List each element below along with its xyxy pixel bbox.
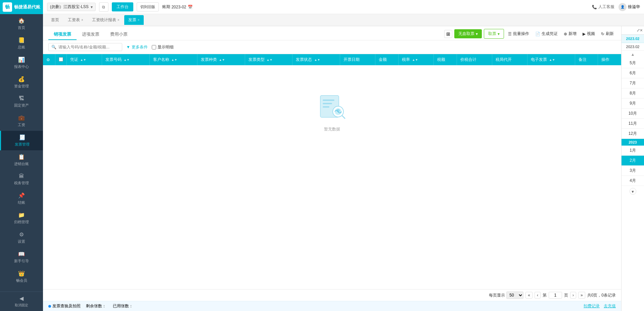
col-invoice-type2[interactable]: 发票类型 ▲▼ [245, 54, 292, 65]
sidebar-item-fixed-assets[interactable]: 🏗 固定资产 [0, 92, 43, 111]
gen-voucher-button[interactable]: 📄 生成凭证 [533, 29, 560, 38]
col-customer[interactable]: 客户名称 ▲▼ [149, 54, 197, 65]
get-ticket-button[interactable]: 取票 ▾ [484, 29, 504, 39]
col-amount: 金额 [375, 54, 399, 65]
cal-month-12[interactable]: 12月 [622, 129, 644, 139]
sidebar-item-reports[interactable]: 📊 报表中心 [0, 53, 43, 73]
sub-tabbar: 销项发票 进项发票 费用小票 ⊞ 无血取票 ▾ [43, 26, 621, 40]
sidebar-item-close-accounts[interactable]: 📌 结账 [0, 189, 43, 208]
refresh-icon: ↻ [601, 32, 604, 36]
col-invoice-type1[interactable]: 发票种类 ▲▼ [197, 54, 245, 65]
refresh-button[interactable]: ↻ 刷新 [599, 29, 616, 38]
cal-month-7[interactable]: 7月 [622, 78, 644, 88]
sidebar-item-guide[interactable]: 📖 新手引导 [0, 247, 43, 267]
no-tax-ticket-button[interactable]: 无血取票 ▾ [454, 29, 482, 38]
sidebar-item-label: 进销台账 [14, 161, 29, 166]
switch-version-button[interactable]: 切到旧版 [137, 2, 159, 11]
sub-tab-purchase-invoice[interactable]: 进项发票 [77, 29, 105, 40]
batch-icon: ☰ [508, 32, 512, 36]
year-2023-months: 1月 2月 3月 4月 [622, 146, 644, 186]
tab-salary-table[interactable]: 工资表 × [64, 15, 87, 25]
tab-close-icon[interactable]: × [138, 18, 140, 22]
col-invoice-status[interactable]: 发票状态 ▲▼ [292, 54, 340, 65]
next-page-button[interactable]: › [570, 292, 576, 299]
cal-month-2023-1[interactable]: 1月 [622, 146, 644, 156]
sub-tab-sales-invoice[interactable]: 销项发票 [48, 29, 77, 40]
topbar-copy-button[interactable]: ⧉ [99, 2, 108, 12]
cal-month-8[interactable]: 8月 [622, 88, 644, 99]
sidebar-item-archive[interactable]: 📁 归档管理 [0, 208, 43, 228]
cal-period-item-1[interactable]: 2023.02 [622, 43, 644, 51]
fee-record-link[interactable]: 扣费记录 [584, 303, 600, 309]
sidebar-item-salary[interactable]: 💼 工资 [0, 111, 43, 131]
more-filters-button[interactable]: ▼ 更多条件 [126, 44, 148, 50]
total-text: 共0页，0条记录 [587, 293, 616, 298]
cal-month-2023-3[interactable]: 3月 [622, 166, 644, 176]
calendar-up-button[interactable]: ▲ [622, 51, 644, 58]
show-detail-toggle[interactable]: 显示明细 [152, 44, 174, 50]
chevron-down-icon: ▼ [630, 188, 636, 195]
sidebar-item-funds[interactable]: 💰 资金管理 [0, 73, 43, 92]
cal-month-2023-2[interactable]: 2月 [622, 156, 644, 166]
customer-support[interactable]: 📞 人工客服 [592, 4, 614, 10]
sub-tab-expense-receipt[interactable]: 费用小票 [105, 29, 133, 40]
period-label: 账期 [162, 4, 170, 10]
sidebar-item-invoice[interactable]: 🧾 发票管理 [0, 131, 43, 150]
col-electronic[interactable]: 电子发票 ▲▼ [527, 54, 575, 65]
recharge-link[interactable]: 去充值 [604, 303, 616, 309]
prev-year-months: 5月 6月 7月 8月 9月 10月 11月 12月 [622, 58, 644, 139]
workspace-button[interactable]: 工作台 [112, 2, 133, 11]
prev-page-button[interactable]: ‹ [535, 292, 541, 299]
gen-voucher-icon: 📄 [535, 32, 540, 36]
current-page-input[interactable]: 1 [549, 292, 562, 299]
sub-tab-label: 进项发票 [82, 32, 99, 37]
cal-month-6[interactable]: 6月 [622, 68, 644, 78]
first-page-button[interactable]: « [525, 292, 533, 299]
search-input[interactable] [58, 45, 119, 49]
col-voucher[interactable]: 凭证 ▲▼ [66, 54, 102, 65]
user-menu[interactable]: 👤 徐溢华 [618, 3, 640, 11]
calendar-close-button[interactable]: × [640, 28, 643, 33]
calendar-down-button[interactable]: ▼ [622, 186, 644, 197]
tab-salary-stats[interactable]: 工资统计报表 × [88, 15, 124, 25]
col-action: 操作 [598, 54, 621, 65]
col-tax-rate[interactable]: 税率 ▲▼ [398, 54, 433, 65]
tab-close-icon[interactable]: × [118, 18, 120, 22]
sidebar-item-vip[interactable]: 👑 畅会员 [0, 267, 43, 286]
sidebar-item-home[interactable]: 🏠 首页 [0, 14, 43, 34]
cal-month-2023-4[interactable]: 4月 [622, 176, 644, 186]
cal-month-10[interactable]: 10月 [622, 109, 644, 119]
invoice-table-wrap: ⚙ 凭证 ▲▼ 发票号码 ▲▼ [43, 54, 621, 289]
sidebar-item-sales-ledger[interactable]: 📋 进销台账 [0, 150, 43, 170]
sidebar-item-ledger[interactable]: 📒 总账 [0, 34, 43, 53]
sidebar: 畅 畅捷通易代账 🏠 首页 📒 总账 📊 报表中心 💰 资金管理 🏗 固定资产 … [0, 0, 43, 311]
page-size-dropdown[interactable]: 50 100 200 [506, 291, 523, 299]
new-button[interactable]: ⊕ 新增 [562, 29, 579, 38]
page-size-label: 每页显示 [489, 293, 505, 298]
period-calendar-icon[interactable]: 📅 [188, 5, 193, 9]
user-name: 徐溢华 [628, 4, 640, 10]
sidebar-item-tax[interactable]: 🏛 税务管理 [0, 170, 43, 189]
cal-month-11[interactable]: 11月 [622, 119, 644, 129]
col-invoice-no[interactable]: 发票号码 ▲▼ [102, 54, 149, 65]
tab-invoice[interactable]: 发票 × [124, 15, 144, 25]
sidebar-item-settings[interactable]: ⚙ 设置 [0, 228, 43, 247]
video-button[interactable]: ▶ 视频 [581, 29, 597, 38]
sidebar-item-label: 新手引导 [14, 259, 29, 264]
settings-icon: ⚙ [19, 231, 24, 238]
cal-month-5[interactable]: 5月 [622, 58, 644, 68]
cal-month-9[interactable]: 9月 [622, 99, 644, 109]
grid-view-button[interactable]: ⊞ [444, 30, 452, 38]
sidebar-item-unpin[interactable]: ◀ 取消固定 [0, 292, 43, 311]
calendar-maximize-button[interactable]: ⤢ [637, 28, 640, 33]
company-selector[interactable]: (勿删）江西股宝-LSS ▾ [47, 3, 96, 11]
tab-home[interactable]: 首页 [47, 15, 63, 25]
col-settings[interactable]: ⚙ [43, 54, 55, 65]
batch-op-button[interactable]: ☰ 批量操作 [506, 29, 531, 38]
select-all-checkbox[interactable] [59, 57, 63, 62]
tab-close-icon[interactable]: × [81, 18, 83, 22]
last-page-button[interactable]: » [578, 292, 585, 299]
col-checkbox[interactable] [55, 54, 66, 65]
sales-ledger-icon: 📋 [18, 154, 25, 160]
show-detail-checkbox[interactable] [152, 45, 156, 49]
